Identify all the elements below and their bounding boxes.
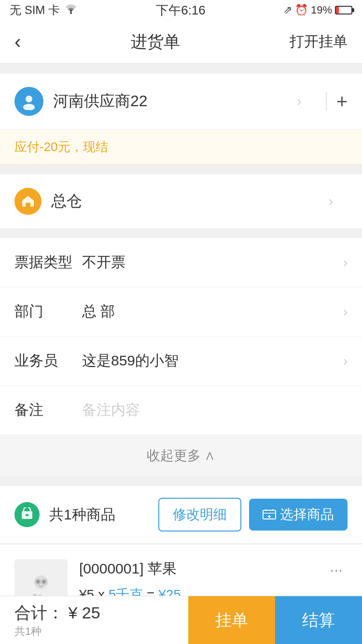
dept-row[interactable]: 部门 总 部 › xyxy=(0,287,362,336)
status-left: 无 SIM 卡 xyxy=(10,2,78,18)
warehouse-icon xyxy=(14,188,42,215)
carrier-text: 无 SIM 卡 xyxy=(10,2,60,18)
svg-rect-3 xyxy=(26,203,30,207)
svg-point-17 xyxy=(43,581,45,583)
warehouse-chevron-icon: › xyxy=(329,194,333,209)
svg-point-2 xyxy=(23,104,35,110)
invoice-label: 票据类型 xyxy=(14,252,77,272)
supplier-card: 河南供应商22 › + 应付-20元，现结 xyxy=(0,73,362,165)
select-product-button[interactable]: 选择商品 xyxy=(249,499,348,531)
select-product-label: 选择商品 xyxy=(280,505,334,524)
invoice-row[interactable]: 票据类型 不开票 › xyxy=(0,238,362,287)
invoice-value: 不开票 xyxy=(77,252,343,272)
warehouse-name: 总仓 xyxy=(51,191,329,212)
wifi-icon xyxy=(64,3,78,17)
battery-percent: 19% xyxy=(311,4,332,16)
page-title: 进货单 xyxy=(131,31,180,53)
product-name: [0000001] 苹果 xyxy=(79,559,325,579)
location-icon: ⇗ xyxy=(283,4,292,16)
supplier-name: 河南供应商22 xyxy=(53,91,297,112)
invoice-chevron-icon: › xyxy=(343,255,348,270)
dept-label: 部门 xyxy=(14,302,77,322)
gap-3 xyxy=(0,228,362,238)
warehouse-card: 总仓 › xyxy=(0,174,362,228)
form-card: 票据类型 不开票 › 部门 总 部 › 业务员 这是859的小智 › 备注 备注… xyxy=(0,238,362,435)
gap-4 xyxy=(0,476,362,486)
open-hang-button[interactable]: 打开挂单 xyxy=(290,32,348,52)
collapse-button[interactable]: 收起更多 ∧ xyxy=(0,435,362,476)
warning-text: 应付-20元，现结 xyxy=(14,140,108,154)
total-amount: 合计： ¥ 25 xyxy=(14,602,174,624)
add-button[interactable]: + xyxy=(336,91,348,112)
supplier-divider xyxy=(326,92,327,111)
product-code: [0000001] xyxy=(79,560,143,576)
products-icon xyxy=(14,502,40,527)
back-button[interactable]: ‹ xyxy=(14,31,21,53)
total-count: 共1种 xyxy=(14,624,174,639)
collapse-label: 收起更多 ∧ xyxy=(147,448,216,463)
dept-chevron-icon: › xyxy=(343,304,348,320)
battery-icon xyxy=(335,6,352,14)
gap-1 xyxy=(0,64,362,73)
svg-point-16 xyxy=(37,581,39,583)
total-label: 合计： xyxy=(14,603,64,622)
svg-rect-5 xyxy=(26,514,28,516)
svg-point-1 xyxy=(26,96,32,102)
remark-row[interactable]: 备注 备注内容 xyxy=(0,386,362,435)
supplier-row[interactable]: 河南供应商22 › + xyxy=(0,73,362,130)
supplier-avatar xyxy=(14,87,43,116)
status-bar: 无 SIM 卡 下午6:16 ⇗ ⏰ 19% xyxy=(0,0,362,20)
hang-button[interactable]: 挂单 xyxy=(188,596,275,644)
products-count: 共1种商品 xyxy=(49,505,158,525)
status-right: ⇗ ⏰ 19% xyxy=(283,4,352,16)
sales-chevron-icon: › xyxy=(343,353,348,369)
dept-value: 总 部 xyxy=(77,302,343,322)
alarm-icon: ⏰ xyxy=(295,4,308,16)
total-section: 合计： ¥ 25 共1种 xyxy=(0,602,188,639)
products-header: 共1种商品 修改明细 选择商品 xyxy=(0,486,362,544)
warning-bar: 应付-20元，现结 xyxy=(0,130,362,165)
checkout-button[interactable]: 结算 xyxy=(275,596,362,644)
sales-value: 这是859的小智 xyxy=(77,351,343,371)
edit-details-button[interactable]: 修改明细 xyxy=(158,498,241,532)
warehouse-row[interactable]: 总仓 › xyxy=(0,174,362,228)
status-time: 下午6:16 xyxy=(156,2,206,19)
remark-label: 备注 xyxy=(14,400,77,420)
sales-row[interactable]: 业务员 这是859的小智 › xyxy=(0,336,362,386)
supplier-chevron-icon: › xyxy=(297,94,301,109)
total-value: ¥ 25 xyxy=(68,603,100,622)
gap-2 xyxy=(0,165,362,174)
remark-input[interactable]: 备注内容 xyxy=(77,400,348,420)
nav-bar: ‹ 进货单 打开挂单 xyxy=(0,20,362,64)
bottom-bar: 合计： ¥ 25 共1种 挂单 结算 xyxy=(0,596,362,644)
product-title: 苹果 xyxy=(148,560,177,576)
sales-label: 业务员 xyxy=(14,351,77,371)
svg-point-0 xyxy=(70,12,72,14)
product-more-button[interactable]: ··· xyxy=(325,559,348,581)
